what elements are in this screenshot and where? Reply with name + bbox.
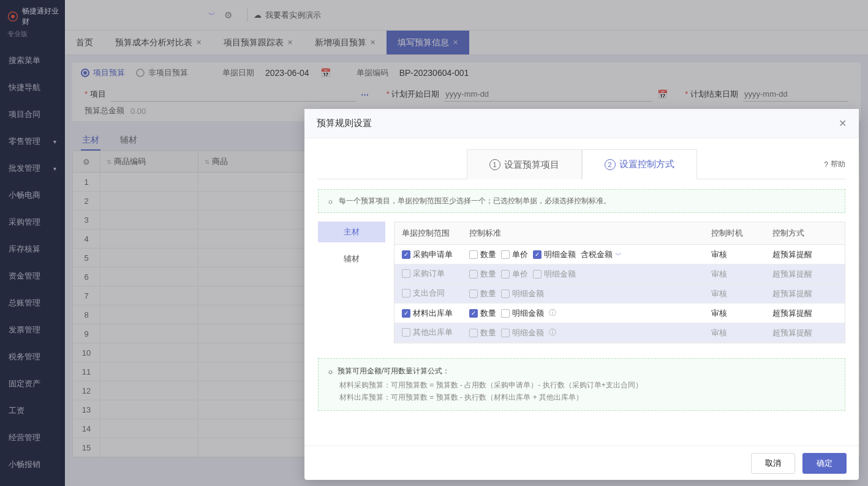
mode-cell: 超预算提醒 — [765, 285, 845, 303]
step-tab-1[interactable]: 1 设置预算项目 — [467, 149, 582, 179]
col-doc-scope: 单据控制范围 — [394, 222, 462, 244]
modal-title: 预算规则设置 — [317, 118, 372, 129]
help-icon: ? — [824, 160, 828, 169]
timing-cell[interactable]: 审核 — [704, 304, 765, 323]
control-row: 材料出库单数量明细金额ⓘ审核超预算提醒 — [394, 304, 845, 323]
info-icon[interactable]: ⓘ — [549, 327, 556, 338]
sun-icon: ☼ — [327, 197, 334, 206]
checkbox-数量[interactable]: 数量 — [469, 288, 496, 299]
doc-checkbox[interactable]: 材料出库单 — [402, 308, 453, 319]
col-standard: 控制标准 — [462, 222, 704, 244]
close-icon[interactable]: ✕ — [839, 118, 847, 129]
mode-cell: 超预算提醒 — [765, 265, 845, 283]
doc-checkbox[interactable]: 采购订单 — [402, 268, 445, 279]
checkbox-数量[interactable]: 数量 — [469, 327, 496, 338]
bulb-icon: ☼ — [327, 367, 334, 376]
cancel-button[interactable]: 取消 — [751, 453, 795, 474]
col-timing: 控制时机 — [704, 222, 765, 244]
mode-cell: 超预算提醒 — [765, 324, 845, 342]
checkbox-明细金额[interactable]: 明细金额 — [501, 308, 544, 319]
mode-cell[interactable]: 超预算提醒 — [765, 245, 845, 264]
control-row: 其他出库单数量明细金额ⓘ审核超预算提醒 — [394, 323, 845, 343]
control-row: 支出合同数量明细金额审核超预算提醒 — [394, 284, 845, 304]
timing-cell: 审核 — [704, 285, 765, 303]
control-row: 采购订单数量单价明细金额审核超预算提醒 — [394, 264, 845, 284]
checkbox-明细金额[interactable]: 明细金额 — [501, 288, 544, 299]
checkbox-明细金额[interactable]: 明细金额 — [501, 327, 544, 338]
checkbox-数量[interactable]: 数量 — [469, 249, 496, 260]
control-side-nav: 主材 辅材 — [318, 222, 385, 269]
help-link[interactable]: ? 帮助 — [824, 159, 845, 170]
side-tab-main[interactable]: 主材 — [318, 222, 385, 242]
checkbox-单价[interactable]: 单价 — [501, 269, 528, 280]
timing-cell: 审核 — [704, 324, 765, 342]
tip-banner: ☼ 每⼀个预算项⽬，单据控制范围⾄少选择⼀个；已选控制单据，必须选择控制标准。 — [318, 189, 845, 213]
timing-cell[interactable]: 审核 — [704, 245, 765, 264]
formula-panel: ☼预算可用金额/可用数量计算公式： 材料采购预算：可用预算数 = 预算数 - 占… — [318, 358, 845, 411]
checkbox-明细金额[interactable]: 明细金额 — [533, 269, 576, 280]
tax-dropdown[interactable]: 含税金额 ﹀ — [581, 249, 622, 260]
col-mode: 控制方式 — [765, 222, 845, 244]
checkbox-单价[interactable]: 单价 — [501, 249, 528, 260]
control-table: 单据控制范围 控制标准 控制时机 控制方式 采购申请单数量单价明细金额含税金额 … — [394, 222, 845, 343]
checkbox-数量[interactable]: 数量 — [469, 269, 496, 280]
info-icon[interactable]: ⓘ — [549, 308, 556, 318]
chevron-down-icon: ﹀ — [615, 251, 622, 258]
step-tab-2[interactable]: 2 设置控制方式 — [582, 149, 697, 179]
checkbox-数量[interactable]: 数量 — [469, 308, 496, 319]
checkbox-明细金额[interactable]: 明细金额 — [533, 249, 576, 260]
budget-rule-modal: 预算规则设置 ✕ 1 设置预算项目 2 设置控制方式 ? 帮助 ☼ 每⼀个预算项… — [304, 109, 859, 480]
control-row: 采购申请单数量单价明细金额含税金额 ﹀审核超预算提醒 — [394, 245, 845, 264]
doc-checkbox[interactable]: 支出合同 — [402, 288, 445, 299]
side-tab-aux[interactable]: 辅材 — [318, 249, 385, 269]
ok-button[interactable]: 确定 — [802, 453, 847, 474]
timing-cell: 审核 — [704, 265, 765, 283]
doc-checkbox[interactable]: 其他出库单 — [402, 327, 453, 338]
step-number-icon: 1 — [489, 159, 500, 170]
mode-cell[interactable]: 超预算提醒 — [765, 304, 845, 323]
doc-checkbox[interactable]: 采购申请单 — [402, 249, 453, 260]
step-number-icon: 2 — [605, 159, 616, 170]
